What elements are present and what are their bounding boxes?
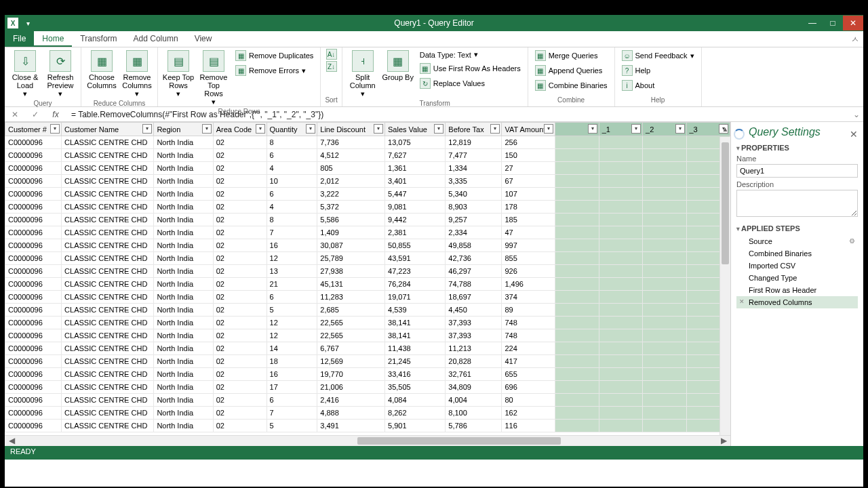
cell[interactable]: North India (154, 226, 213, 239)
cell[interactable]: 7 (267, 407, 317, 420)
cell[interactable]: 10 (267, 175, 317, 188)
cell[interactable]: 3,491 (317, 420, 385, 432)
filter-icon[interactable]: ▾ (306, 124, 315, 134)
cell[interactable]: C0000096 (5, 188, 62, 201)
cell[interactable]: 22,565 (317, 317, 385, 329)
cell[interactable]: 47,223 (385, 265, 446, 278)
cell[interactable]: 185 (502, 214, 555, 226)
formula-accept-icon[interactable]: ✓ (25, 110, 45, 119)
cell[interactable] (555, 265, 599, 278)
cell[interactable]: 02 (213, 420, 267, 432)
cell[interactable]: 11,213 (446, 342, 502, 355)
cell[interactable]: C0000096 (5, 368, 62, 381)
cell[interactable]: North India (154, 252, 213, 265)
cell[interactable] (643, 278, 686, 291)
cell[interactable]: 1,496 (502, 278, 555, 291)
cell[interactable]: C0000096 (5, 136, 62, 149)
cell[interactable]: 655 (502, 368, 555, 381)
cell[interactable] (643, 214, 686, 226)
column-header[interactable]: Before Tax▾ (446, 123, 502, 136)
cell[interactable]: 16 (267, 239, 317, 252)
sort-desc-button[interactable]: Z↓ (326, 61, 337, 72)
cell[interactable]: 27,938 (317, 265, 385, 278)
formula-input[interactable]: = Table.RemoveColumns(#"First Row as Hea… (66, 110, 850, 119)
column-header[interactable]: Line Discount▾ (317, 123, 385, 136)
cell[interactable]: 19,071 (385, 291, 446, 304)
first-row-headers-button[interactable]: ▦Use First Row As Headers (417, 62, 524, 75)
cell[interactable] (599, 317, 642, 329)
cell[interactable]: 4,888 (317, 407, 385, 420)
filter-icon[interactable]: ▾ (256, 124, 265, 134)
cell[interactable] (643, 201, 686, 214)
column-header[interactable]: Area Code▾ (213, 123, 267, 136)
remove-errors-button[interactable]: ▦Remove Errors ▾ (233, 64, 316, 77)
cell[interactable]: 8,262 (385, 407, 446, 420)
cell[interactable]: CLASSIC CENTRE CHD (62, 394, 154, 407)
cell[interactable] (599, 278, 642, 291)
table-row[interactable]: C0000096CLASSIC CENTRE CHDNorth India021… (5, 381, 730, 394)
cell[interactable]: North India (154, 188, 213, 201)
cell[interactable]: 21,006 (317, 381, 385, 394)
cell[interactable]: CLASSIC CENTRE CHD (62, 252, 154, 265)
cell[interactable]: 45,131 (317, 278, 385, 291)
table-row[interactable]: C0000096CLASSIC CENTRE CHDNorth India021… (5, 239, 730, 252)
cell[interactable] (555, 317, 599, 329)
cell[interactable]: North India (154, 342, 213, 355)
cell[interactable]: CLASSIC CENTRE CHD (62, 175, 154, 188)
table-row[interactable]: C0000096CLASSIC CENTRE CHDNorth India021… (5, 355, 730, 368)
cell[interactable]: 21,245 (385, 355, 446, 368)
cell[interactable]: 116 (502, 420, 555, 432)
filter-icon[interactable]: ▾ (142, 124, 152, 134)
cell[interactable]: 4 (267, 162, 317, 175)
column-header[interactable]: _1▾ (599, 123, 642, 136)
cell[interactable]: 47 (502, 226, 555, 239)
cell[interactable] (643, 355, 686, 368)
cell[interactable]: 02 (213, 239, 267, 252)
cell[interactable]: 4,084 (385, 394, 446, 407)
cell[interactable] (555, 239, 599, 252)
cell[interactable] (599, 214, 642, 226)
formula-expand-icon[interactable]: ⌄ (850, 110, 863, 119)
cell[interactable]: 2,381 (385, 226, 446, 239)
table-row[interactable]: C0000096CLASSIC CENTRE CHDNorth India028… (5, 136, 730, 149)
cell[interactable]: 805 (317, 162, 385, 175)
cell[interactable] (599, 394, 642, 407)
help-button[interactable]: ?Help (619, 64, 697, 77)
cell[interactable]: North India (154, 201, 213, 214)
cell[interactable]: 12 (267, 317, 317, 329)
refresh-preview-button[interactable]: ⟳Refresh Preview ▾ (44, 49, 77, 98)
cell[interactable] (643, 291, 686, 304)
cell[interactable] (643, 381, 686, 394)
column-header[interactable]: _2▾ (643, 123, 686, 136)
cell[interactable]: 16 (267, 368, 317, 381)
cell[interactable] (643, 239, 686, 252)
cell[interactable] (555, 368, 599, 381)
cell[interactable]: 8 (267, 214, 317, 226)
close-button[interactable]: ✕ (843, 16, 863, 30)
cell[interactable]: 7,627 (385, 149, 446, 162)
cell[interactable]: 748 (502, 317, 555, 329)
cell[interactable]: 18,697 (446, 291, 502, 304)
table-row[interactable]: C0000096CLASSIC CENTRE CHDNorth India026… (5, 188, 730, 201)
cell[interactable]: 02 (213, 175, 267, 188)
horizontal-scrollbar[interactable]: ◀ ▶ (5, 435, 730, 446)
cell[interactable]: CLASSIC CENTRE CHD (62, 214, 154, 226)
cell[interactable]: C0000096 (5, 162, 62, 175)
cell[interactable]: 38,141 (385, 329, 446, 342)
cell[interactable]: 3,401 (385, 175, 446, 188)
cell[interactable]: 5 (267, 304, 317, 317)
cell[interactable]: 02 (213, 252, 267, 265)
cell[interactable]: 7,736 (317, 136, 385, 149)
cell[interactable]: North India (154, 304, 213, 317)
cell[interactable]: 02 (213, 355, 267, 368)
table-row[interactable]: C0000096CLASSIC CENTRE CHDNorth India026… (5, 291, 730, 304)
cell[interactable]: 02 (213, 226, 267, 239)
cell[interactable] (555, 175, 599, 188)
filter-icon[interactable]: ▾ (631, 124, 641, 134)
cell[interactable] (643, 368, 686, 381)
choose-columns-button[interactable]: ▦Choose Columns (85, 49, 118, 89)
cell[interactable]: 02 (213, 201, 267, 214)
cell[interactable]: North India (154, 175, 213, 188)
cell[interactable]: 02 (213, 394, 267, 407)
filter-icon[interactable]: ▾ (544, 124, 553, 134)
